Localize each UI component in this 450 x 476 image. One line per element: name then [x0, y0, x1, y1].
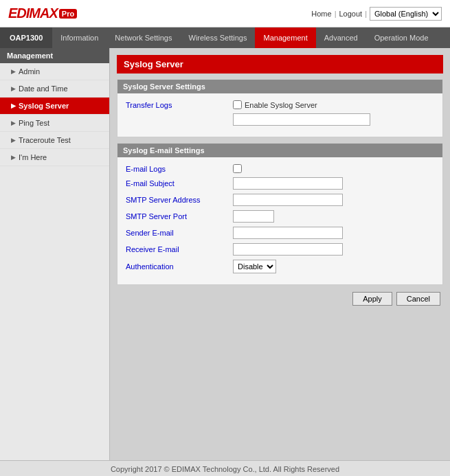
email-subject-input[interactable]: [233, 177, 343, 190]
arrow-icon: ▶: [11, 102, 16, 109]
email-logs-row: E-mail Logs: [123, 164, 437, 173]
nav-wireless-settings[interactable]: Wireless Settings: [181, 27, 256, 48]
sidebar-item-date-time[interactable]: ▶ Date and Time: [0, 80, 109, 98]
logout-link[interactable]: Logout: [339, 10, 362, 18]
sender-email-label: Sender E-mail: [123, 229, 233, 237]
syslog-server-input-area: [233, 113, 437, 126]
syslog-server-settings-section: Syslog Server Settings Transfer Logs Ena…: [117, 79, 443, 137]
arrow-icon: ▶: [11, 137, 16, 144]
sidebar-item-traceroute[interactable]: ▶ Traceroute Test: [0, 132, 109, 149]
smtp-port-input[interactable]: [233, 210, 274, 223]
smtp-port-row: SMTP Server Port: [123, 210, 437, 223]
smtp-port-control: [233, 210, 437, 223]
button-row: Apply Cancel: [117, 292, 443, 306]
sidebar-label-admin: Admin: [19, 67, 40, 76]
page-title: Syslog Server: [117, 55, 443, 73]
email-subject-control: [233, 177, 437, 190]
sidebar-label-imhere: I'm Here: [19, 153, 47, 161]
email-section-title: Syslog E-mail Settings: [117, 144, 442, 157]
apply-button[interactable]: Apply: [352, 292, 392, 306]
arrow-icon: ▶: [11, 120, 16, 126]
email-logs-control: [233, 164, 437, 173]
smtp-address-input[interactable]: [233, 194, 343, 206]
logo-pro: Pro: [59, 9, 77, 19]
syslog-section-body: Transfer Logs Enable Syslog Server: [117, 93, 442, 137]
cancel-button[interactable]: Cancel: [396, 292, 440, 306]
authentication-control: Disable Enable: [233, 260, 437, 273]
sidebar-item-admin[interactable]: ▶ Admin: [0, 63, 109, 80]
authentication-row: Authentication Disable Enable: [123, 260, 437, 273]
sidebar-label-syslog: Syslog Server: [19, 102, 69, 110]
footer-text: Copyright 2017 © EDIMAX Technology Co., …: [111, 465, 339, 473]
transfer-logs-control: Enable Syslog Server: [233, 100, 437, 109]
nav-network-settings[interactable]: Network Settings: [106, 27, 180, 48]
sidebar-label-traceroute: Traceroute Test: [19, 136, 71, 144]
receiver-email-control: [233, 243, 437, 256]
authentication-label: Authentication: [123, 262, 233, 271]
receiver-email-label: Receiver E-mail: [123, 245, 233, 253]
sidebar-title: Management: [0, 48, 109, 63]
email-subject-row: E-mail Subject: [123, 177, 437, 190]
smtp-address-control: [233, 194, 437, 206]
sender-email-control: [233, 227, 437, 239]
arrow-icon: ▶: [11, 85, 16, 92]
email-logs-checkbox[interactable]: [233, 164, 242, 173]
syslog-email-settings-section: Syslog E-mail Settings E-mail Logs E-mai…: [117, 143, 443, 285]
logo: EDIMAX Pro: [8, 5, 77, 21]
header: EDIMAX Pro Home | Logout | Global (Engli…: [0, 0, 450, 27]
nav-information[interactable]: Information: [52, 27, 106, 48]
receiver-email-input[interactable]: [233, 243, 343, 256]
syslog-server-row: [123, 113, 437, 126]
header-links: Home | Logout | Global (English) Chinese…: [311, 7, 442, 21]
enable-syslog-checkbox[interactable]: [233, 100, 242, 109]
authentication-select[interactable]: Disable Enable: [233, 260, 276, 273]
enable-syslog-label[interactable]: Enable Syslog Server: [233, 100, 317, 109]
language-select[interactable]: Global (English) Chinese Japanese: [370, 7, 442, 21]
syslog-section-title: Syslog Server Settings: [117, 80, 442, 93]
navbar-items: Information Network Settings Wireless Se…: [52, 27, 436, 48]
footer: Copyright 2017 © EDIMAX Technology Co., …: [0, 460, 450, 476]
enable-syslog-text: Enable Syslog Server: [245, 101, 317, 109]
receiver-email-row: Receiver E-mail: [123, 243, 437, 256]
arrow-icon: ▶: [11, 154, 16, 161]
nav-management[interactable]: Management: [255, 27, 315, 48]
sidebar-item-syslog[interactable]: ▶ Syslog Server: [0, 98, 109, 115]
sender-email-row: Sender E-mail: [123, 227, 437, 239]
syslog-server-input[interactable]: [233, 113, 370, 126]
logo-edimax: EDIMAX: [8, 5, 58, 21]
home-link[interactable]: Home: [311, 10, 331, 18]
smtp-address-label: SMTP Server Address: [123, 196, 233, 204]
arrow-icon: ▶: [11, 68, 16, 75]
nav-operation-mode[interactable]: Operation Mode: [366, 27, 437, 48]
navbar: OAP1300 Information Network Settings Wir…: [0, 27, 450, 48]
smtp-port-label: SMTP Server Port: [123, 212, 233, 220]
transfer-logs-label: Transfer Logs: [123, 101, 233, 109]
nav-advanced[interactable]: Advanced: [316, 27, 366, 48]
sidebar: Management ▶ Admin ▶ Date and Time ▶ Sys…: [0, 48, 110, 460]
email-subject-label: E-mail Subject: [123, 179, 233, 188]
sidebar-label-date-time: Date and Time: [19, 84, 68, 93]
sidebar-label-ping: Ping Test: [19, 119, 49, 127]
content: Syslog Server Syslog Server Settings Tra…: [110, 48, 450, 460]
main-layout: Management ▶ Admin ▶ Date and Time ▶ Sys…: [0, 48, 450, 460]
email-section-body: E-mail Logs E-mail Subject SMTP Server A…: [117, 157, 442, 284]
smtp-address-row: SMTP Server Address: [123, 194, 437, 206]
sender-email-input[interactable]: [233, 227, 343, 239]
email-logs-label: E-mail Logs: [123, 165, 233, 173]
transfer-logs-row: Transfer Logs Enable Syslog Server: [123, 100, 437, 109]
sidebar-item-ping[interactable]: ▶ Ping Test: [0, 115, 109, 132]
navbar-brand: OAP1300: [0, 27, 52, 48]
sidebar-item-imhere[interactable]: ▶ I'm Here: [0, 149, 109, 166]
